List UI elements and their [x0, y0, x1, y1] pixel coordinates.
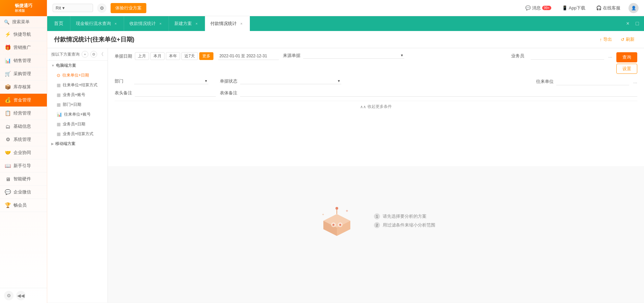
tab-label: 付款情况统计 [210, 21, 237, 27]
user-avatar[interactable]: 👤 [628, 3, 639, 13]
tab-close-bank[interactable]: × [113, 21, 118, 26]
query-btn[interactable]: 查询 [616, 52, 637, 62]
scheme-settings-btn[interactable]: ⚙ [90, 51, 97, 58]
sidebar-item-system[interactable]: ⚙系统管理 [0, 133, 47, 146]
desktop-group-label: 电脑端方案 [56, 63, 76, 68]
scheme-item-partner-settle[interactable]: ▦ 往来单位+结算方式 [47, 80, 108, 90]
staff-dots[interactable]: ... [608, 53, 612, 59]
refresh-btn[interactable]: ↺ 刷新 [618, 35, 637, 44]
scheme-item-label: 业务员+日期 [63, 121, 85, 127]
scheme-item-partner-date[interactable]: ⊙ 往来单位+日期 [47, 70, 108, 80]
scheme-group-desktop-title[interactable]: ▼ 电脑端方案 [47, 61, 108, 70]
search-icon: 🔍 [4, 20, 9, 25]
tab-home[interactable]: 首页 [47, 16, 70, 31]
header-note-input[interactable] [135, 89, 216, 97]
page-header: 付款情况统计(往来单位+日期) ↑ 导出 ↺ 刷新 [47, 31, 644, 48]
messages-btn[interactable]: 💬 消息 99+ [523, 4, 554, 12]
date-btn-lastmonth[interactable]: 上月 [135, 52, 149, 60]
sales-icon: 📊 [5, 58, 11, 64]
guide-icon: 📖 [5, 163, 11, 169]
dept-dropdown-arrow: ▾ [205, 79, 207, 83]
source-select[interactable]: ▾ [303, 52, 404, 59]
date-range-display[interactable]: 2022-01-01 至 2022-12-31 [218, 53, 279, 60]
scheme-item-partner-account[interactable]: 📊 往来单位+账号 [47, 110, 108, 119]
scheme-item-label: 业务员+账号 [63, 92, 85, 98]
collapse-more-btn[interactable]: ∧∧ 收起更多条件 [115, 101, 637, 112]
date-btn-more[interactable]: 更多 [199, 52, 213, 60]
sidebar-item-label: 系统管理 [13, 137, 31, 143]
scheme-header-label: 按以下方案查询 [51, 52, 80, 57]
sidebar-item-basic[interactable]: 🗂基础信息 [0, 120, 47, 133]
sidebar-item-inventory[interactable]: 📦库存核算 [0, 81, 47, 94]
window-max-btn[interactable]: □ [633, 20, 641, 28]
tab-label: 新建方案 [174, 21, 192, 27]
sidebar-item-enterprise[interactable]: 🤝企业协同 [0, 146, 47, 159]
scheme-collapse-btn[interactable]: 《 [99, 51, 104, 57]
sidebar-item-quicknav[interactable]: ⚡快捷导航 [0, 28, 47, 41]
date-btn-7days[interactable]: 近7天 [181, 52, 198, 60]
headset-icon: 🎧 [596, 5, 602, 10]
inventory-icon: 📦 [5, 84, 11, 90]
try-industry-btn[interactable]: 体验行业方案 [111, 3, 146, 13]
marketing-icon: 🎁 [5, 44, 11, 51]
tab-pay_stat[interactable]: 付款情况统计× [205, 16, 250, 31]
purchase-icon: 🛒 [5, 71, 11, 77]
sidebar-item-label: 企业微信 [13, 189, 31, 195]
tab-bank[interactable]: 现金银行流水查询× [70, 16, 124, 31]
setting-btn[interactable]: 设置 [616, 64, 637, 74]
filter-date-item: 单据日期 上月 本月 本年 近7天 更多 2022-01-01 至 2022-1… [115, 52, 279, 60]
window-close-btn[interactable]: × [624, 20, 632, 28]
dept-select[interactable]: ▾ [134, 78, 208, 84]
partner-dots[interactable]: ... [633, 79, 637, 84]
partner-label: 往来单位 [536, 79, 554, 85]
source-filter-item: 来源单据 ▾ [283, 52, 507, 59]
refresh-icon: ↺ [621, 37, 624, 42]
step1-num: 1 [374, 213, 380, 219]
scheme-group-mobile-title[interactable]: ▶ 移动端方案 [47, 139, 108, 149]
empty-illustration: ✦ ✦ [317, 202, 357, 239]
settings-footer-btn[interactable]: ⚙ [4, 291, 13, 300]
topbar-settings-btn[interactable]: ⚙ [97, 3, 107, 13]
page-title: 付款情况统计(往来单位+日期) [54, 35, 135, 43]
date-btn-thismonth[interactable]: 本月 [150, 52, 165, 60]
export-icon: ↑ [600, 37, 602, 42]
scheme-item-staff-settle[interactable]: ▦ 业务员+结算方式 [47, 129, 108, 139]
sidebar-item-marketing[interactable]: 🎁营销推广 [0, 41, 47, 54]
sidebar-item-operation[interactable]: 📋经营管理 [0, 107, 47, 120]
tab-close-payment_stat[interactable]: × [158, 21, 163, 26]
scheme-item-staff-account[interactable]: ▦ 业务员+账号 [47, 90, 108, 100]
collapse-sidebar-btn[interactable]: ◀◀ [16, 291, 26, 300]
tab-close-pay_stat[interactable]: × [239, 21, 244, 26]
add-scheme-btn[interactable]: + [82, 51, 88, 58]
app-download-btn[interactable]: 📱 App下载 [559, 4, 588, 12]
sidebar-item-vip[interactable]: 🏆畅会员 [0, 199, 47, 212]
company-selector[interactable]: Rit ▾ [53, 4, 93, 12]
export-btn[interactable]: ↑ 导出 [597, 35, 615, 44]
tab-new_scheme[interactable]: 新建方案× [169, 16, 205, 31]
sidebar-item-finance[interactable]: 💰资金管理 [0, 94, 47, 107]
scheme-item-dept-date[interactable]: ▦ 部门+日期 [47, 100, 108, 110]
scheme-item-label: 往来单位+日期 [62, 72, 89, 78]
sidebar-item-purchase[interactable]: 🛒采购管理 [0, 67, 47, 81]
partner-input[interactable] [556, 78, 629, 85]
sidebar-item-hardware[interactable]: 🖥智能硬件 [0, 173, 47, 186]
app-download-label: App下载 [569, 5, 585, 11]
step2-num: 2 [374, 222, 380, 228]
sidebar-item-wechat[interactable]: 💬企业微信 [0, 186, 47, 199]
body-note-input[interactable] [240, 89, 637, 97]
sidebar-item-guide[interactable]: 📖新手引导 [0, 159, 47, 173]
voucher-status-select[interactable]: ▾ [240, 78, 341, 84]
staff-input[interactable] [531, 52, 604, 60]
scheme-item-staff-date[interactable]: ▦ 业务员+日期 [47, 119, 108, 129]
date-btn-thisyear[interactable]: 本年 [166, 52, 180, 60]
header-note-label: 表头备注 [115, 90, 132, 96]
svg-point-5 [332, 224, 334, 226]
partner-filter-item: 往来单位 ... [536, 78, 637, 85]
scheme-active-icon: ⊙ [57, 73, 60, 78]
online-service-btn[interactable]: 🎧 在线客服 [593, 4, 623, 12]
tab-payment_stat[interactable]: 收款情况统计× [124, 16, 169, 31]
logo-text: 畅捷通巧 [15, 3, 32, 8]
sidebar-item-sales[interactable]: 📊销售管理 [0, 54, 47, 67]
tab-close-new_scheme[interactable]: × [194, 21, 199, 26]
search-menu[interactable]: 🔍 搜索菜单 [0, 16, 47, 28]
